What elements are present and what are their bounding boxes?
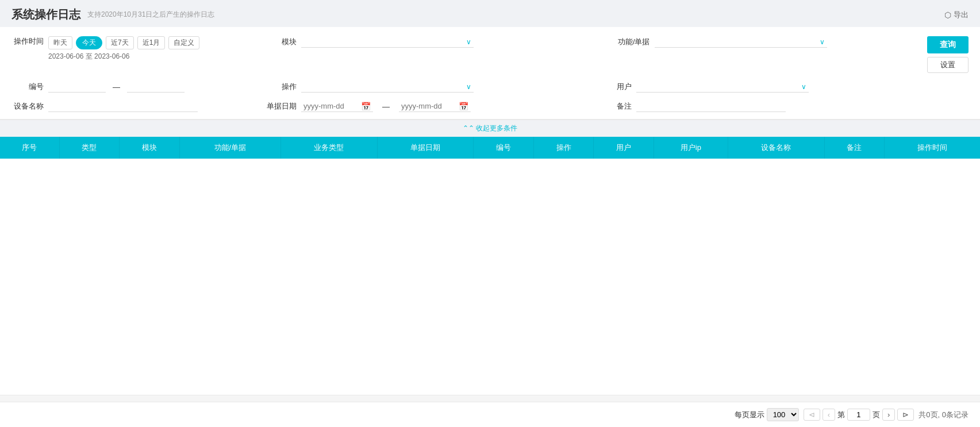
module-input[interactable] bbox=[301, 36, 464, 47]
time-filter-section: 昨天 今天 近7天 近1月 自定义 2023-06-06 至 2023-06-0… bbox=[48, 36, 199, 61]
query-button[interactable]: 查询 bbox=[927, 36, 969, 53]
date-to-wrapper: 📅 bbox=[399, 101, 471, 112]
page-nav: ⊲ ‹ 第 页 › ⊳ bbox=[804, 409, 914, 421]
time-btn-yesterday[interactable]: 昨天 bbox=[48, 36, 72, 49]
operation-label: 操作 bbox=[264, 82, 297, 92]
filter-row-3: 设备名称 单据日期 📅 — 📅 备注 bbox=[11, 101, 969, 112]
filter-row-2: 编号 — 操作 ∨ 用户 ∨ bbox=[11, 81, 969, 93]
date-to-input[interactable] bbox=[399, 101, 456, 111]
first-page-button[interactable]: ⊲ bbox=[804, 409, 820, 421]
function-filter: 功能/单据 ∨ bbox=[613, 36, 916, 48]
filter-row-1: 操作时间 昨天 今天 近7天 近1月 自定义 2023-06-06 至 2023… bbox=[11, 36, 969, 73]
function-select-wrapper: ∨ bbox=[655, 36, 827, 48]
export-button[interactable]: ⬡ 导出 bbox=[944, 10, 969, 20]
col-operation: 操作 bbox=[533, 137, 593, 159]
col-biz-type: 业务类型 bbox=[281, 137, 378, 159]
user-chevron-icon[interactable]: ∨ bbox=[799, 83, 809, 91]
module-chevron-icon[interactable]: ∨ bbox=[464, 38, 474, 46]
col-function: 功能/单据 bbox=[179, 137, 280, 159]
number-from-input[interactable] bbox=[48, 81, 106, 93]
collapse-up-icon: ⌃⌃ bbox=[463, 124, 474, 132]
date-filter: 单据日期 📅 — 📅 bbox=[264, 101, 554, 112]
calendar-to-icon[interactable]: 📅 bbox=[456, 102, 471, 111]
function-input[interactable] bbox=[655, 36, 817, 47]
number-range: — bbox=[48, 81, 185, 93]
horizontal-scrollbar[interactable] bbox=[0, 395, 980, 402]
table-body bbox=[0, 159, 980, 354]
time-buttons: 昨天 今天 近7天 近1月 自定义 bbox=[48, 36, 199, 49]
date-label: 单据日期 bbox=[264, 101, 297, 111]
remark-filter: 备注 bbox=[599, 101, 889, 112]
user-label: 用户 bbox=[599, 82, 632, 92]
calendar-from-icon[interactable]: 📅 bbox=[359, 102, 373, 111]
col-remark: 备注 bbox=[824, 137, 884, 159]
operation-chevron-icon[interactable]: ∨ bbox=[464, 83, 474, 91]
page-label: 第 bbox=[837, 410, 845, 420]
time-label: 操作时间 bbox=[11, 36, 44, 47]
remark-input[interactable] bbox=[636, 101, 786, 112]
export-label: 导出 bbox=[954, 10, 969, 20]
per-page-dropdown[interactable]: 100 50 200 bbox=[767, 408, 799, 421]
per-page-label: 每页显示 bbox=[735, 410, 764, 420]
number-to-input[interactable] bbox=[127, 81, 185, 93]
scrollbar-inner bbox=[0, 395, 980, 396]
device-filter: 设备名称 bbox=[11, 101, 218, 112]
page-title: 系统操作日志 bbox=[11, 7, 80, 22]
col-type: 类型 bbox=[59, 137, 119, 159]
col-user: 用户 bbox=[594, 137, 654, 159]
date-from-wrapper: 📅 bbox=[301, 101, 373, 112]
per-page-select: 每页显示 100 50 200 bbox=[735, 408, 799, 421]
last-page-button[interactable]: ⊳ bbox=[897, 409, 914, 421]
page-subtitle: 支持2020年10月31日之后产生的操作日志 bbox=[87, 10, 214, 20]
action-buttons: 查询 设置 bbox=[927, 36, 969, 73]
user-input[interactable] bbox=[636, 81, 799, 92]
export-icon: ⬡ bbox=[944, 10, 951, 20]
page-number-input[interactable] bbox=[847, 409, 870, 421]
time-btn-custom[interactable]: 自定义 bbox=[168, 36, 199, 49]
col-device: 设备名称 bbox=[728, 137, 824, 159]
page-header: 系统操作日志 支持2020年10月31日之后产生的操作日志 ⬡ 导出 bbox=[0, 0, 980, 27]
next-page-button[interactable]: › bbox=[882, 409, 895, 421]
time-btn-7days[interactable]: 近7天 bbox=[106, 36, 134, 49]
col-index: 序号 bbox=[0, 137, 59, 159]
operation-filter: 操作 ∨ bbox=[264, 81, 554, 93]
time-btn-today[interactable]: 今天 bbox=[76, 36, 102, 49]
number-filter: 编号 — bbox=[11, 81, 218, 93]
col-user-ip: 用户ip bbox=[654, 137, 728, 159]
module-select-wrapper: ∨ bbox=[301, 36, 474, 48]
remark-label: 备注 bbox=[599, 101, 632, 111]
time-btn-1month[interactable]: 近1月 bbox=[137, 36, 166, 49]
col-module: 模块 bbox=[120, 137, 179, 159]
operation-input[interactable] bbox=[301, 81, 464, 92]
collapse-bar[interactable]: ⌃⌃ 收起更多条件 bbox=[0, 120, 980, 137]
filter-area: 操作时间 昨天 今天 近7天 近1月 自定义 2023-06-06 至 2023… bbox=[0, 27, 980, 120]
prev-page-button[interactable]: ‹ bbox=[823, 409, 835, 421]
time-filter: 操作时间 昨天 今天 近7天 近1月 自定义 2023-06-06 至 2023… bbox=[11, 36, 218, 61]
table-container: 序号 类型 模块 功能/单据 业务类型 单据日期 编号 操作 用户 用户ip 设… bbox=[0, 137, 980, 395]
module-label: 模块 bbox=[264, 37, 297, 47]
data-table: 序号 类型 模块 功能/单据 业务类型 单据日期 编号 操作 用户 用户ip 设… bbox=[0, 137, 980, 354]
table-header-row: 序号 类型 模块 功能/单据 业务类型 单据日期 编号 操作 用户 用户ip 设… bbox=[0, 137, 980, 159]
function-label: 功能/单据 bbox=[613, 37, 650, 47]
operation-select-wrapper: ∨ bbox=[301, 81, 474, 93]
date-dash: — bbox=[382, 102, 390, 111]
pagination-bar: 每页显示 100 50 200 ⊲ ‹ 第 页 › ⊳ 共0页, 0条记录 bbox=[0, 402, 980, 427]
time-range-display: 2023-06-06 至 2023-06-06 bbox=[48, 52, 199, 61]
total-info: 共0页, 0条记录 bbox=[918, 410, 969, 420]
col-number: 编号 bbox=[474, 137, 533, 159]
col-date: 单据日期 bbox=[377, 137, 474, 159]
user-filter: 用户 ∨ bbox=[599, 81, 889, 93]
user-select-wrapper: ∨ bbox=[636, 81, 809, 93]
module-filter: 模块 ∨ bbox=[264, 36, 567, 48]
header-left: 系统操作日志 支持2020年10月31日之后产生的操作日志 bbox=[11, 7, 214, 22]
number-dash: — bbox=[113, 83, 120, 91]
function-chevron-icon[interactable]: ∨ bbox=[817, 38, 827, 46]
number-label: 编号 bbox=[11, 82, 44, 92]
col-op-time: 操作时间 bbox=[884, 137, 980, 159]
collapse-label: 收起更多条件 bbox=[476, 124, 517, 132]
device-label: 设备名称 bbox=[11, 101, 44, 111]
settings-button[interactable]: 设置 bbox=[927, 57, 969, 73]
device-input[interactable] bbox=[48, 101, 198, 112]
page-unit: 页 bbox=[873, 410, 880, 420]
date-from-input[interactable] bbox=[301, 101, 359, 111]
